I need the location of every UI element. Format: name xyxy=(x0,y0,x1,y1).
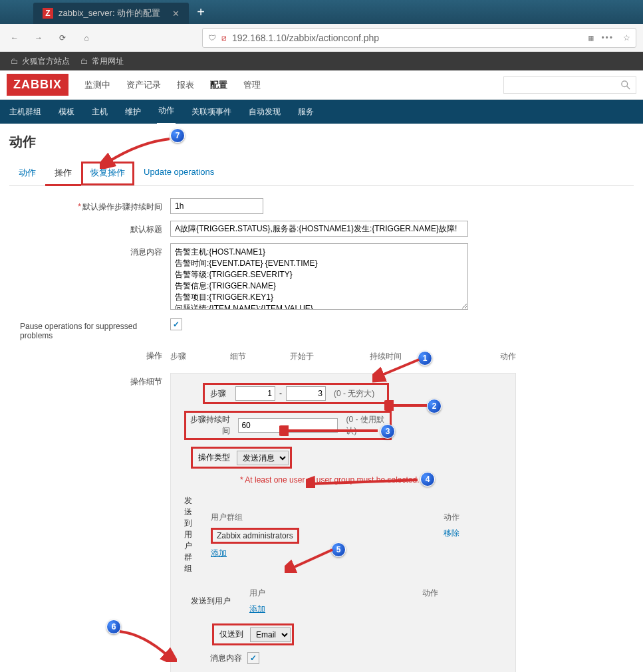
usergroup-header: 用户群组 动作 xyxy=(211,509,523,526)
input-duration[interactable] xyxy=(170,198,263,214)
topmenu-inventory[interactable]: 资产记录 xyxy=(126,79,161,91)
bookmark-star-icon[interactable]: ☆ xyxy=(623,33,630,43)
bookmark-item[interactable]: 🗀常用网址 xyxy=(80,56,124,67)
annotation-badge-3: 3 xyxy=(380,424,395,439)
tab-favicon: Z xyxy=(43,8,53,19)
annotation-badge-4: 4 xyxy=(420,472,435,487)
bookmark-item[interactable]: 🗀火狐官方站点 xyxy=(11,56,70,67)
tab-recovery[interactable]: 恢复操作 xyxy=(81,162,134,185)
label-duration: *默认操作步骤持续时间 xyxy=(9,198,170,213)
submenu-templates[interactable]: 模板 xyxy=(57,100,76,124)
topmenu-reports[interactable]: 报表 xyxy=(177,79,194,91)
page-actions-icon[interactable]: ••• xyxy=(601,33,614,43)
annotation-box-5: 仅送到 Email xyxy=(212,623,294,645)
topmenu-config[interactable]: 配置 xyxy=(210,79,227,91)
annotation-box-1: 步骤 - (0 - 无穷大) xyxy=(203,383,389,404)
topmenu-admin[interactable]: 管理 xyxy=(243,79,261,91)
select-media[interactable]: Email xyxy=(250,627,291,642)
search-icon xyxy=(621,80,630,90)
url-bar[interactable]: 🛡 ⧄ 192.168.1.10/zabbix/actionconf.php ▦… xyxy=(202,28,636,48)
checkbox-msg-content[interactable]: ✓ xyxy=(247,652,259,664)
svg-point-0 xyxy=(622,80,628,86)
link-add-user[interactable]: 添加 xyxy=(249,604,265,615)
input-step-from[interactable] xyxy=(235,386,275,401)
home-icon[interactable]: ⌂ xyxy=(78,33,94,43)
submenu-actions[interactable]: 动作 xyxy=(157,98,176,125)
page-content: 动作 动作 操作 恢复操作 Update operations *默认操作步骤持… xyxy=(0,124,643,672)
operations-header: 步骤 细节 开始于 持续时间 动作 xyxy=(170,347,516,366)
app-header: ZABBIX 监测中 资产记录 报表 配置 管理 xyxy=(0,70,643,100)
label-pause: Pause operations for suppressed problems xyxy=(9,318,170,340)
link-add-group[interactable]: 添加 xyxy=(211,548,227,559)
svg-line-1 xyxy=(627,86,630,88)
bookmarks-bar: 🗀火狐官方站点 🗀常用网址 xyxy=(0,52,643,70)
annotation-box-3: 操作类型 发送消息 xyxy=(191,447,292,469)
annotation-badge-2: 2 xyxy=(427,399,442,413)
qr-icon[interactable]: ▦ xyxy=(588,33,592,43)
zabbix-logo[interactable]: ZABBIX xyxy=(7,74,68,96)
input-subject[interactable] xyxy=(170,221,468,237)
browser-tab[interactable]: Z zabbix_server: 动作的配置 ✕ xyxy=(33,3,189,24)
submenu-discovery[interactable]: 自动发现 xyxy=(247,100,282,124)
annotation-box-2: 步骤持续时间 (0 - 使用默认) xyxy=(184,411,392,440)
topmenu-monitoring[interactable]: 监测中 xyxy=(84,79,110,91)
tab-action[interactable]: 动作 xyxy=(9,162,45,185)
link-remove-group[interactable]: 移除 xyxy=(444,528,523,544)
folder-icon: 🗀 xyxy=(80,56,88,66)
annotation-box-4: Zabbix administrators xyxy=(211,528,299,544)
submenu-hosts[interactable]: 主机 xyxy=(90,100,109,124)
page-title: 动作 xyxy=(9,133,634,151)
url-text: 192.168.1.10/zabbix/actionconf.php xyxy=(232,33,379,43)
forward-icon[interactable]: → xyxy=(31,33,47,43)
sub-menu: 主机群组 模板 主机 维护 动作 关联项事件 自动发现 服务 xyxy=(0,100,643,124)
tab-operations[interactable]: 操作 xyxy=(45,162,81,186)
input-step-to[interactable] xyxy=(286,386,326,401)
label-operations: 操作 xyxy=(9,347,170,362)
submenu-services[interactable]: 服务 xyxy=(297,100,315,124)
label-detail: 操作细节 xyxy=(9,373,170,388)
checkbox-pause[interactable]: ✓ xyxy=(170,318,182,330)
tab-title: zabbix_server: 动作的配置 xyxy=(59,7,160,19)
operation-detail-panel: 步骤 - (0 - 无穷大) 步骤持续时间 (0 - 使用默认) xyxy=(170,373,516,672)
user-header: 用户 动作 xyxy=(249,585,502,602)
input-step-duration[interactable] xyxy=(238,418,338,433)
hint-steps: (0 - 无穷大) xyxy=(334,388,374,399)
annotation-badge-1: 1 xyxy=(418,351,432,366)
new-tab-button[interactable]: + xyxy=(189,1,213,24)
browser-tabstrip: Z zabbix_server: 动作的配置 ✕ + xyxy=(0,0,643,24)
tab-update[interactable]: Update operations xyxy=(134,162,223,185)
shield-icon: 🛡 xyxy=(208,33,216,43)
back-icon[interactable]: ← xyxy=(7,33,23,43)
top-menu: 监测中 资产记录 报表 配置 管理 xyxy=(84,79,261,91)
browser-toolbar: ← → ⟳ ⌂ 🛡 ⧄ 192.168.1.10/zabbix/actionco… xyxy=(0,24,643,52)
annotation-badge-5: 5 xyxy=(331,542,346,557)
annotation-badge-6: 6 xyxy=(106,619,121,634)
label-subject: 默认标题 xyxy=(9,221,170,235)
label-message: 消息内容 xyxy=(9,243,170,258)
textarea-message[interactable]: 告警主机:{HOST.NAME1} 告警时间:{EVENT.DATE} {EVE… xyxy=(170,243,468,310)
validation-note: * At least one user or user group must b… xyxy=(240,475,502,485)
lock-slash-icon: ⧄ xyxy=(221,33,227,43)
annotation-badge-7: 7 xyxy=(170,128,185,143)
submenu-hostgroups[interactable]: 主机群组 xyxy=(8,100,43,124)
submenu-maintenance[interactable]: 维护 xyxy=(124,100,142,124)
submenu-correlation[interactable]: 关联项事件 xyxy=(190,100,233,124)
select-op-type[interactable]: 发送消息 xyxy=(237,451,289,465)
config-tabs: 动作 操作 恢复操作 Update operations xyxy=(9,162,634,186)
close-icon[interactable]: ✕ xyxy=(172,9,180,19)
folder-icon: 🗀 xyxy=(11,56,19,66)
search-input[interactable] xyxy=(503,76,636,94)
reload-icon[interactable]: ⟳ xyxy=(55,33,70,43)
